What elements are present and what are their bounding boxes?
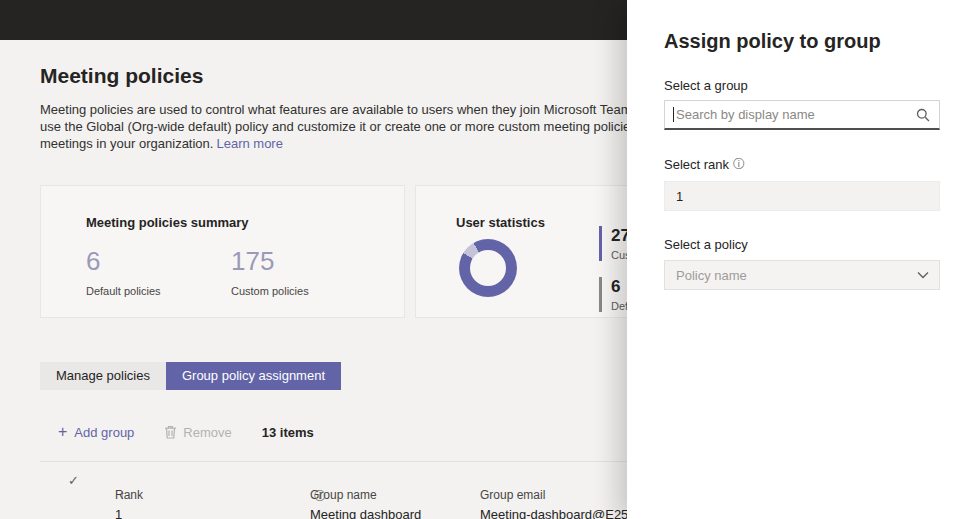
stat-value: 6 [86,246,231,277]
user-stat: 27 Cus [599,226,631,261]
info-icon[interactable]: ⓘ [733,156,745,173]
tab-manage-policies[interactable]: Manage policies [40,362,166,390]
donut-chart [459,239,517,297]
group-search-input[interactable] [665,107,916,122]
search-icon [916,108,930,122]
stat-value: 175 [231,246,376,277]
cell-group-email: Meeting-dashboard@E25T [480,507,636,519]
add-group-button[interactable]: + Add group [58,424,134,440]
description-line: Meeting policies are used to control wha… [40,101,700,118]
page-description: Meeting policies are used to control wha… [40,101,700,152]
policy-dropdown-placeholder: Policy name [676,268,747,283]
group-email-header-label: Group email [480,488,545,502]
pivot-tabs: Manage policies Group policy assignment [40,362,341,390]
stat-bar-gray [599,277,602,312]
chevron-down-icon [917,271,929,279]
trash-icon [164,425,177,439]
plus-icon: + [58,424,67,440]
select-rank-label: Select rank [664,157,729,172]
table-toolbar: + Add group Remove 13 items [40,417,314,447]
remove-button[interactable]: Remove [164,425,231,440]
custom-policies-stat: 175 Custom policies [231,246,376,297]
stat-label: Custom policies [231,285,376,297]
page-title: Meeting policies [40,64,203,88]
policy-dropdown[interactable]: Policy name [664,260,940,290]
items-count: 13 items [262,425,314,440]
add-group-label: Add group [74,425,134,440]
learn-more-link[interactable]: Learn more [216,136,282,151]
default-policies-stat: 6 Default policies [86,246,231,297]
stat-bar-accent [599,226,602,261]
cell-rank: 1 [115,507,122,519]
description-line: meetings in your organization. [40,136,213,151]
stat-value: 6 [611,277,628,297]
stat-label: Default policies [86,285,231,297]
rank-input[interactable] [664,181,940,211]
group-search-box [664,100,940,130]
card-title: Meeting policies summary [86,215,404,230]
flyout-title: Assign policy to group [664,30,940,53]
remove-label: Remove [183,425,231,440]
cell-group-name: Meeting dashboard [310,507,421,519]
assign-policy-flyout: Assign policy to group Select a group Se… [627,0,974,519]
select-group-label: Select a group [664,78,940,93]
user-stat: 6 Def [599,277,631,312]
select-all-checkbox[interactable]: ✓ [68,473,79,488]
meeting-policies-summary-card: Meeting policies summary 6 Default polic… [40,185,405,318]
select-policy-label: Select a policy [664,237,940,252]
stat-label: Def [611,300,628,312]
select-rank-label-row: Select rank ⓘ [664,156,940,173]
text-caret [673,107,674,122]
description-line: use the Global (Org-wide default) policy… [40,118,700,135]
sort-ascending-icon: ↑ [119,488,125,502]
tab-group-policy-assignment[interactable]: Group policy assignment [166,362,341,390]
